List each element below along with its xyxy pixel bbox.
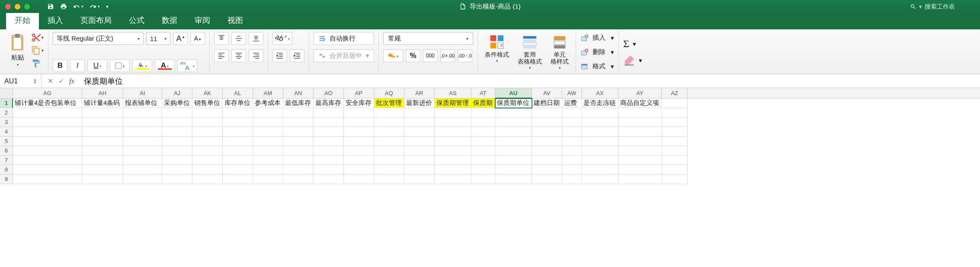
align-bottom-button[interactable] [249, 32, 263, 45]
cell-AO6[interactable] [314, 146, 344, 156]
cell-AX9[interactable] [582, 175, 618, 184]
tab-home[interactable]: 开始 [6, 12, 39, 29]
save-button[interactable] [47, 3, 54, 10]
cell-AV2[interactable] [532, 108, 562, 118]
cell-AS3[interactable] [435, 118, 471, 127]
row-header-1[interactable]: 1 [0, 99, 13, 108]
cell-AO1[interactable]: 最高库存 [314, 99, 344, 108]
cell-AI9[interactable] [123, 175, 162, 184]
cell-AT3[interactable] [471, 118, 495, 127]
cell-AX6[interactable] [582, 146, 618, 156]
align-middle-button[interactable] [231, 32, 246, 45]
cell-AX7[interactable] [582, 156, 618, 165]
autosum-button[interactable]: Σ▾ [623, 38, 642, 50]
clear-button[interactable]: ▾ [623, 54, 642, 67]
decrease-decimal-button[interactable]: .00.0 [458, 49, 472, 62]
cell-AW4[interactable] [562, 127, 582, 137]
cell-AQ4[interactable] [374, 127, 404, 137]
cell-AJ5[interactable] [162, 137, 192, 146]
font-size-selector[interactable]: 11▾ [146, 32, 170, 45]
accept-formula-button[interactable]: ✓ [58, 77, 64, 85]
column-header-AI[interactable]: AI [123, 88, 162, 98]
cell-AU9[interactable] [495, 175, 532, 184]
search-input[interactable] [925, 3, 972, 10]
cell-AK9[interactable] [192, 175, 223, 184]
column-header-AP[interactable]: AP [344, 88, 374, 98]
cell-AW9[interactable] [562, 175, 582, 184]
cell-AH9[interactable] [82, 175, 123, 184]
tab-formulas[interactable]: 公式 [120, 12, 153, 29]
cell-AH4[interactable] [82, 127, 123, 137]
cell-AZ4[interactable] [662, 127, 688, 137]
formula-input[interactable] [80, 74, 980, 88]
cell-AZ3[interactable] [662, 118, 688, 127]
cell-AM6[interactable] [253, 146, 283, 156]
cell-AO8[interactable] [314, 165, 344, 175]
column-header-AO[interactable]: AO [314, 88, 344, 98]
cell-AN8[interactable] [283, 165, 314, 175]
cell-AN1[interactable]: 最低库存 [283, 99, 314, 108]
cell-AG7[interactable] [13, 156, 82, 165]
column-header-AW[interactable]: AW [562, 88, 582, 98]
cell-AH5[interactable] [82, 137, 123, 146]
font-name-selector[interactable]: 等线 Regular (正文)▾ [53, 32, 144, 45]
cell-AR5[interactable] [404, 137, 435, 146]
cell-AG9[interactable] [13, 175, 82, 184]
cell-AZ1[interactable] [662, 99, 688, 108]
number-format-selector[interactable]: 常规▾ [383, 32, 473, 45]
cell-AW6[interactable] [562, 146, 582, 156]
cell-AO4[interactable] [314, 127, 344, 137]
cell-AM5[interactable] [253, 137, 283, 146]
cell-AP9[interactable] [344, 175, 374, 184]
namebox-stepper[interactable]: ▲▼ [33, 78, 37, 84]
cell-AK7[interactable] [192, 156, 223, 165]
cell-AL4[interactable] [223, 127, 253, 137]
cell-AR9[interactable] [404, 175, 435, 184]
cell-AW8[interactable] [562, 165, 582, 175]
tab-insert[interactable]: 插入 [39, 12, 72, 29]
row-header-5[interactable]: 5 [0, 137, 13, 146]
cell-AO9[interactable] [314, 175, 344, 184]
cell-AP1[interactable]: 安全库存 [344, 99, 374, 108]
cell-AW5[interactable] [562, 137, 582, 146]
tab-data[interactable]: 数据 [153, 12, 186, 29]
cell-AK8[interactable] [192, 165, 223, 175]
cell-AM8[interactable] [253, 165, 283, 175]
cell-AI3[interactable] [123, 118, 162, 127]
cell-AL2[interactable] [223, 108, 253, 118]
cell-AL5[interactable] [223, 137, 253, 146]
cell-AK4[interactable] [192, 127, 223, 137]
cell-AR6[interactable] [404, 146, 435, 156]
row-header-4[interactable]: 4 [0, 127, 13, 137]
cell-AM4[interactable] [253, 127, 283, 137]
cell-AV6[interactable] [532, 146, 562, 156]
cell-AG8[interactable] [13, 165, 82, 175]
format-painter-button[interactable] [31, 59, 44, 68]
cell-styles-button[interactable]: 单元 格样式▾ [548, 34, 571, 70]
cell-AR2[interactable] [404, 108, 435, 118]
align-center-button[interactable] [231, 49, 246, 62]
cell-AY2[interactable] [618, 108, 662, 118]
zoom-window-button[interactable] [24, 4, 30, 10]
cell-AS6[interactable] [435, 146, 471, 156]
copy-button[interactable]: ▾ [31, 46, 44, 55]
cell-AV8[interactable] [532, 165, 562, 175]
cell-AP4[interactable] [344, 127, 374, 137]
cell-AG4[interactable] [13, 127, 82, 137]
cell-AK1[interactable]: 销售单位 [192, 99, 223, 108]
cell-AY8[interactable] [618, 165, 662, 175]
cell-AP7[interactable] [344, 156, 374, 165]
cell-AZ7[interactable] [662, 156, 688, 165]
cell-AV9[interactable] [532, 175, 562, 184]
percent-button[interactable]: % [406, 49, 420, 62]
cell-AY3[interactable] [618, 118, 662, 127]
wrap-text-button[interactable]: 自动换行 [314, 32, 374, 45]
cell-AN7[interactable] [283, 156, 314, 165]
cell-AS8[interactable] [435, 165, 471, 175]
cell-AJ6[interactable] [162, 146, 192, 156]
cell-AR7[interactable] [404, 156, 435, 165]
conditional-formatting-button[interactable]: ≠ 条件格式▾ [482, 34, 512, 63]
cell-AG3[interactable] [13, 118, 82, 127]
cell-AU6[interactable] [495, 146, 532, 156]
cell-AZ6[interactable] [662, 146, 688, 156]
